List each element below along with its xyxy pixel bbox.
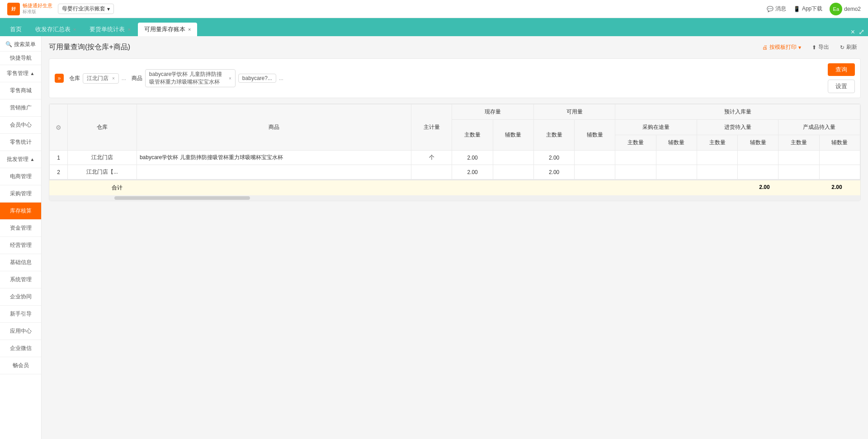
sidebar: 🔍 搜索菜单 快捷导航 零售管理 ▲ 零售商城 营销推广 会员中心 零售统计 批… [0, 36, 42, 439]
tab-close-icon[interactable]: × [73, 27, 76, 32]
cell-incoming-main [697, 151, 737, 165]
tab-home[interactable]: 首页 [4, 23, 28, 36]
item-text: 采购管理 [10, 190, 32, 198]
warehouse-filter: 仓库 江北门店 × ... [69, 73, 126, 84]
cell-purchase-sub [656, 151, 697, 165]
more-products-icon[interactable]: ... [279, 75, 283, 81]
item-text: 批发管理 [7, 156, 28, 163]
summary-available-main: 2.00 [819, 184, 855, 192]
item-text: 企业微信 [10, 345, 32, 352]
cell-warehouse: 江北门店 [68, 151, 137, 165]
tab-label: 可用量库存账本 [144, 25, 185, 33]
th-available-main: 主数量 [533, 120, 574, 151]
tab-collect-summary[interactable]: 收发存汇总表 × [29, 23, 82, 36]
sidebar-quick-nav[interactable]: 快捷导航 [0, 52, 41, 65]
settings-icon[interactable]: ⚙ [56, 124, 61, 131]
table-scroll[interactable]: ⚙ 仓库 商品 主计量 现存量 可用量 预计入库量 主数量 [49, 104, 860, 179]
page-title: 可用量查询(按仓库+商品) [49, 42, 130, 52]
sidebar-item-enterprise[interactable]: 企业协同 [0, 288, 41, 306]
cell-available-main: 2.00 [533, 165, 574, 179]
th-stock-group: 现存量 [452, 104, 534, 120]
cell-available-sub [575, 165, 615, 179]
tab-close-icon[interactable]: × [127, 27, 130, 32]
sidebar-item-member2[interactable]: 畅会员 [0, 357, 41, 374]
setting-button[interactable]: 设置 [828, 80, 855, 93]
cell-stock-main: 2.00 [452, 151, 493, 165]
search-label: 搜索菜单 [14, 41, 36, 47]
warehouse-label: 仓库 [69, 75, 80, 82]
item-text: 电商管理 [10, 173, 32, 180]
tab-close-icon[interactable]: × [188, 27, 191, 32]
home-label: 首页 [10, 25, 22, 33]
horizontal-scrollbar[interactable] [49, 195, 860, 201]
item-text: 零售商城 [10, 87, 32, 94]
table-row: 2 江北门店【... 2.00 2.00 [50, 165, 860, 179]
sidebar-item-inventory[interactable]: 库存核算 [0, 203, 41, 220]
sidebar-item-retail-mall[interactable]: 零售商城 [0, 82, 41, 99]
nav-tabs: 首页 收发存汇总表 × 要货单统计表 × 可用量库存账本 × × ⤢ [0, 18, 868, 36]
item-text: 库存核算 [10, 207, 32, 215]
product-tag-1[interactable]: babycare学饮杯 儿童防摔防撞吸管杯重力球吸嘴杯宝宝水杯 × [145, 69, 236, 87]
warehouse-tag[interactable]: 江北门店 × [83, 73, 119, 84]
summary-label: 合计 [109, 184, 719, 192]
main-content: 可用量查询(按仓库+商品) 🖨 按模板打印 ▾ ⬆ 导出 ↻ 刷新 [42, 36, 868, 439]
app-download-button[interactable]: 📱 App下载 [793, 5, 822, 13]
tab-available-inventory[interactable]: 可用量库存账本 × [138, 23, 197, 36]
item-text: 系统管理 [10, 276, 32, 283]
table-row: 1 江北门店 babycare学饮杯 儿童防摔防撞吸管杯重力球吸嘴杯宝宝水杯 个… [50, 151, 860, 165]
nav-right-buttons: × ⤢ [851, 28, 864, 36]
th-stock-main: 主数量 [452, 120, 493, 151]
top-bar-right: 💬 消息 📱 App下载 Ea demo2 [767, 3, 861, 15]
sidebar-item-system[interactable]: 系统管理 [0, 271, 41, 288]
sidebar-item-finance[interactable]: 资金管理 [0, 220, 41, 237]
expand-button[interactable]: ⤢ [859, 28, 864, 36]
expand-arrow-icon: ▲ [30, 71, 35, 76]
filter-toggle-button[interactable]: » [55, 74, 64, 83]
th-production-group: 产成品待入量 [778, 120, 860, 135]
export-icon: ⬆ [812, 44, 816, 51]
sidebar-search[interactable]: 🔍 搜索菜单 [0, 36, 41, 52]
cell-product [137, 165, 411, 179]
industry-selector[interactable]: 母婴行业演示账套 ▾ [58, 4, 114, 14]
sidebar-item-basic[interactable]: 基础信息 [0, 254, 41, 271]
refresh-button[interactable]: ↻ 刷新 [836, 42, 861, 53]
remove-warehouse-icon[interactable]: × [112, 76, 115, 81]
cell-production-main [778, 151, 819, 165]
sidebar-item-app-center[interactable]: 应用中心 [0, 323, 41, 340]
message-button[interactable]: 💬 消息 [767, 5, 786, 13]
sidebar-item-member[interactable]: 会员中心 [0, 117, 41, 134]
industry-label: 母婴行业演示账套 [62, 5, 105, 13]
product-tag-2[interactable]: babycare?... [238, 74, 276, 83]
more-options-icon[interactable]: ... [122, 75, 126, 81]
sidebar-item-purchase[interactable]: 采购管理 [0, 185, 41, 203]
sidebar-item-newbie[interactable]: 新手引导 [0, 306, 41, 323]
refresh-icon: ↻ [840, 44, 844, 51]
th-incoming-main: 主数量 [697, 135, 737, 151]
tab-order-stats[interactable]: 要货单统计表 × [83, 23, 137, 36]
th-settings[interactable]: ⚙ [50, 104, 68, 151]
sidebar-item-enterprise-wechat[interactable]: 企业微信 [0, 340, 41, 357]
main-layout: 🔍 搜索菜单 快捷导航 零售管理 ▲ 零售商城 营销推广 会员中心 零售统计 批… [0, 36, 868, 439]
cell-purchase-main [615, 151, 656, 165]
cell-purchase-main [615, 165, 656, 179]
sidebar-item-ecommerce[interactable]: 电商管理 [0, 168, 41, 185]
item-text: 企业协同 [10, 293, 32, 301]
sidebar-item-retail-mgmt[interactable]: 零售管理 ▲ [0, 65, 41, 82]
cell-row-num: 1 [50, 151, 68, 165]
user-menu[interactable]: Ea demo2 [830, 3, 861, 15]
scroll-thumb[interactable] [114, 196, 250, 200]
data-table: ⚙ 仓库 商品 主计量 现存量 可用量 预计入库量 主数量 [49, 104, 860, 179]
sidebar-item-retail-stats[interactable]: 零售统计 [0, 134, 41, 151]
cell-stock-main: 2.00 [452, 165, 493, 179]
close-all-button[interactable]: × [851, 28, 855, 36]
item-text: 营销推广 [10, 104, 32, 112]
th-stock-sub: 辅数量 [493, 120, 533, 151]
sidebar-item-marketing[interactable]: 营销推广 [0, 99, 41, 117]
remove-product-1-icon[interactable]: × [229, 76, 231, 81]
sidebar-item-operations[interactable]: 经营管理 [0, 237, 41, 254]
template-print-button[interactable]: 🖨 按模板打印 ▾ [759, 42, 805, 53]
sidebar-item-wholesale-mgmt[interactable]: 批发管理 ▲ [0, 151, 41, 168]
query-button[interactable]: 查询 [828, 63, 855, 76]
item-text: 零售管理 [7, 70, 28, 77]
export-button[interactable]: ⬆ 导出 [808, 42, 833, 53]
